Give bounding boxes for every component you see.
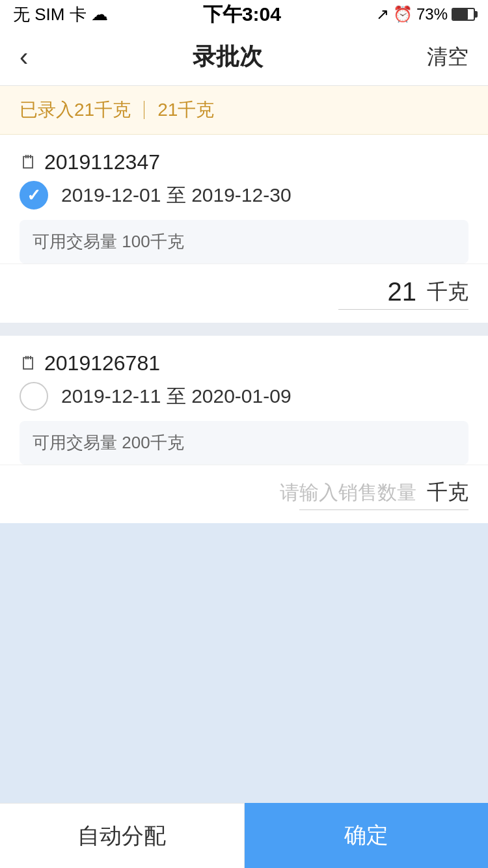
batch1-icon: 🗒: [20, 152, 38, 173]
status-time: 下午3:04: [203, 1, 281, 28]
page-title: 录批次: [193, 41, 263, 73]
batch2-date-row[interactable]: 2019-12-11 至 2020-01-09: [20, 382, 468, 411]
clear-button[interactable]: 清空: [427, 43, 468, 72]
banner-divider: [144, 101, 144, 119]
batch2-icon: 🗒: [20, 353, 38, 374]
section-separator: [0, 323, 488, 336]
batch1-quantity-value[interactable]: 21: [388, 277, 417, 306]
battery-icon: [452, 8, 475, 21]
batch1-id: 2019112347: [44, 150, 160, 174]
batch2-input-placeholder[interactable]: 请输入销售数量: [280, 480, 416, 506]
sim-status: 无 SIM 卡 ☁: [13, 3, 108, 26]
recorded-value: 21千克: [157, 98, 214, 122]
batch2-date: 2019-12-11 至 2020-01-09: [61, 383, 291, 410]
status-right: ↗ ⏰ 73%: [376, 5, 475, 23]
batch2-content: 🗒 2019126781 2019-12-11 至 2020-01-09 可用交…: [0, 336, 488, 465]
batch1-available: 可用交易量 100千克: [33, 232, 184, 251]
batch2-radio[interactable]: [20, 382, 48, 411]
info-banner: 已录入21千克 21千克: [0, 86, 488, 135]
confirm-button[interactable]: 确定: [245, 803, 489, 868]
nav-bar: ‹ 录批次 清空: [0, 29, 488, 86]
batch2-input-inner: 请输入销售数量 千克: [280, 478, 468, 507]
batch1-underline: [338, 309, 468, 310]
alarm-icon: ⏰: [393, 5, 413, 23]
status-left: 无 SIM 卡 ☁: [13, 3, 108, 26]
batch1-quantity-wrapper: 21 千克: [338, 277, 468, 310]
batch1-content: 🗒 2019112347 2019-12-01 至 2019-12-30 可用交…: [0, 135, 488, 264]
status-bar: 无 SIM 卡 ☁ 下午3:04 ↗ ⏰ 73%: [0, 0, 488, 29]
batch2-input-wrapper: 请输入销售数量 千克: [280, 478, 468, 510]
batch1-radio[interactable]: [20, 181, 48, 210]
batch2-id-row: 🗒 2019126781: [20, 351, 468, 375]
battery-label: 73%: [416, 5, 448, 23]
batch1-quantity-row: 21 千克: [0, 264, 488, 323]
batch1-unit: 千克: [427, 278, 468, 306]
batch1-date: 2019-12-01 至 2019-12-30: [61, 182, 291, 209]
batch2-id: 2019126781: [44, 351, 160, 375]
batch2-unit: 千克: [427, 478, 468, 507]
batch1-id-row: 🗒 2019112347: [20, 150, 468, 174]
batch2-available: 可用交易量 200千克: [33, 433, 184, 452]
back-button[interactable]: ‹: [20, 42, 28, 72]
recorded-label: 已录入21千克: [20, 98, 131, 122]
batch2-available-box: 可用交易量 200千克: [20, 421, 468, 465]
batch2-underline: [299, 509, 468, 510]
batch2-input-row[interactable]: 请输入销售数量 千克: [0, 465, 488, 523]
batch1-available-box: 可用交易量 100千克: [20, 220, 468, 264]
batch1-date-row[interactable]: 2019-12-01 至 2019-12-30: [20, 181, 468, 210]
location-icon: ↗: [376, 5, 389, 23]
batch1-qty-inner: 21 千克: [388, 277, 469, 306]
auto-distribute-button[interactable]: 自动分配: [0, 803, 245, 868]
background-area: [0, 523, 488, 809]
batch-item-1: 🗒 2019112347 2019-12-01 至 2019-12-30 可用交…: [0, 135, 488, 323]
bottom-bar: 自动分配 确定: [0, 803, 488, 868]
batch-item-2: 🗒 2019126781 2019-12-11 至 2020-01-09 可用交…: [0, 336, 488, 523]
